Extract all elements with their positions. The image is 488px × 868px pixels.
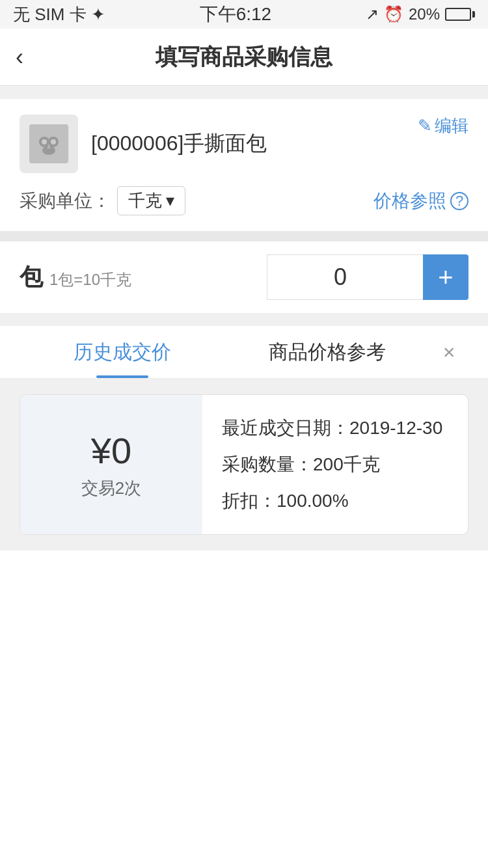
- dropdown-icon: ▾: [166, 191, 174, 211]
- status-bar-left: 无 SIM 卡 ✦: [13, 3, 105, 26]
- tab-active-indicator: [96, 375, 148, 378]
- price-card: ¥0 交易2次 最近成交日期：2019-12-30 采购数量：200千克 折扣：…: [20, 394, 468, 535]
- battery-icon: [445, 8, 475, 21]
- unit-dropdown[interactable]: 千克 ▾: [117, 186, 185, 215]
- alarm-icon: ⏰: [384, 5, 403, 23]
- bottom-area: [0, 550, 488, 868]
- recent-date-row: 最近成交日期：2019-12-30: [222, 414, 448, 442]
- product-section: [0000006]手撕面包 ✎ 编辑 采购单位： 千克 ▾ 价格参照 ?: [0, 99, 488, 231]
- recent-date-value: 2019-12-30: [349, 418, 442, 438]
- price-ref-label: 价格参照: [373, 189, 446, 213]
- price-value: 0: [111, 430, 131, 471]
- product-header: [0000006]手撕面包 ✎ 编辑: [20, 115, 468, 173]
- status-bar-time: 下午6:12: [200, 2, 272, 27]
- quantity-label: 包 1包=10千克: [20, 262, 131, 293]
- price-card-right: 最近成交日期：2019-12-30 采购数量：200千克 折扣：100.00%: [202, 395, 468, 534]
- product-unit-row: 采购单位： 千克 ▾ 价格参照 ?: [20, 186, 468, 215]
- quantity-plus-button[interactable]: +: [423, 254, 468, 300]
- battery-percent: 20%: [409, 5, 440, 23]
- price-amount: ¥0: [91, 429, 131, 472]
- purchase-qty-value: 200千克: [313, 454, 380, 474]
- product-image: [20, 115, 78, 173]
- status-bar-right: ↗ ⏰ 20%: [366, 5, 475, 23]
- edit-label: 编辑: [435, 115, 468, 137]
- price-card-left: ¥0 交易2次: [20, 395, 202, 534]
- tabs-bar: 历史成交价 商品价格参考 ×: [0, 326, 488, 379]
- edit-button[interactable]: ✎ 编辑: [418, 115, 468, 137]
- section-divider: [0, 231, 488, 241]
- tab-history-price[interactable]: 历史成交价: [20, 326, 224, 378]
- status-bar: 无 SIM 卡 ✦ 下午6:12 ↗ ⏰ 20%: [0, 0, 488, 29]
- quantity-input[interactable]: [267, 254, 423, 300]
- price-transactions: 交易2次: [81, 477, 141, 500]
- discount-value: 100.00%: [277, 491, 349, 511]
- quantity-section: 包 1包=10千克 +: [0, 241, 488, 313]
- unit-left: 采购单位： 千克 ▾: [20, 186, 185, 215]
- purchase-qty-label: 采购数量：: [222, 454, 313, 474]
- help-icon: ?: [450, 192, 468, 210]
- unit-label: 采购单位：: [20, 189, 111, 213]
- nav-bar: ‹ 填写商品采购信息: [0, 29, 488, 86]
- recent-date-label: 最近成交日期：: [222, 418, 349, 438]
- unit-value: 千克: [128, 189, 162, 212]
- tab-price-ref-label: 商品价格参考: [269, 339, 386, 366]
- location-icon: ↗: [366, 5, 379, 23]
- discount-label: 折扣：: [222, 491, 277, 511]
- tab-price-reference[interactable]: 商品价格参考: [224, 326, 429, 378]
- quantity-input-row: +: [267, 254, 468, 300]
- svg-point-2: [42, 139, 47, 144]
- quantity-unit-small: 1包=10千克: [49, 269, 131, 290]
- discount-row: 折扣：100.00%: [222, 487, 448, 515]
- price-reference-button[interactable]: 价格参照 ?: [373, 189, 468, 213]
- quantity-unit-big: 包: [20, 262, 43, 293]
- product-left: [0000006]手撕面包: [20, 115, 267, 173]
- cards-container: ¥0 交易2次 最近成交日期：2019-12-30 采购数量：200千克 折扣：…: [0, 379, 488, 550]
- tab-close-button[interactable]: ×: [429, 332, 468, 372]
- svg-point-3: [51, 139, 56, 144]
- purchase-qty-row: 采购数量：200千克: [222, 451, 448, 478]
- product-thumbnail: [29, 124, 68, 163]
- edit-icon: ✎: [418, 116, 432, 136]
- product-name: [0000006]手撕面包: [91, 129, 267, 158]
- currency-symbol: ¥: [91, 430, 111, 471]
- sim-label: 无 SIM 卡 ✦: [13, 3, 105, 26]
- back-button[interactable]: ‹: [16, 44, 23, 71]
- tab-history-label: 历史成交价: [74, 339, 171, 366]
- page-title: 填写商品采购信息: [156, 42, 332, 72]
